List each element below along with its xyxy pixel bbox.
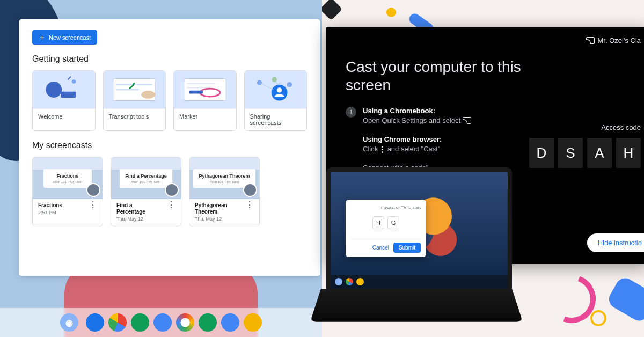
launcher-icon[interactable]: ◉ <box>60 313 78 332</box>
step2-body: Click and select "Cast" <box>363 145 440 153</box>
screencast-title: Fractions <box>38 202 83 209</box>
svg-point-2 <box>72 79 76 83</box>
launcher-icon[interactable] <box>335 278 342 285</box>
laptop-shelf <box>331 275 508 289</box>
app-icon[interactable] <box>356 278 364 285</box>
screencast-time: Thu, May 12 <box>195 216 240 222</box>
svg-point-16 <box>276 87 281 92</box>
card-label: Sharing screencasts <box>245 108 307 130</box>
transcript-illustration <box>104 71 166 108</box>
deco-shape <box>322 0 342 20</box>
cancel-button[interactable]: Cancel <box>372 245 389 251</box>
screencast-tile[interactable]: Pythagorean TheoremMath 101 – Mr. Ozel P… <box>189 157 260 226</box>
step1-title: Using a Chromebook: <box>363 107 435 115</box>
cast-icon <box>586 37 595 44</box>
cast-code-dialog: mecast or TV to start H G Cancel Submit <box>346 200 426 257</box>
access-code-char: D <box>529 138 554 168</box>
screencast-tile[interactable]: FractionsMath 101 – Mr. Ozel Fractions 2… <box>32 157 103 226</box>
card-label: Welcome <box>33 108 95 124</box>
chromeos-shelf: ◉ <box>0 308 322 337</box>
screencast-tile[interactable]: Find a PercentageMath 101 – Mr. Ozel Fin… <box>111 157 181 226</box>
submit-button[interactable]: Submit <box>393 243 421 253</box>
card-marker[interactable]: Marker <box>173 70 237 131</box>
access-code-label: Access code <box>529 123 641 131</box>
new-screencast-button[interactable]: ＋ New screencast <box>32 30 97 45</box>
my-screencasts-row: FractionsMath 101 – Mr. Ozel Fractions 2… <box>32 157 307 226</box>
sharing-illustration <box>245 71 307 108</box>
screencast-thumbnail: FractionsMath 101 – Mr. Ozel <box>33 157 103 199</box>
code-input-char[interactable]: H <box>372 216 384 229</box>
new-screencast-label: New screencast <box>49 34 91 41</box>
marker-illustration <box>174 71 236 108</box>
chrome-icon[interactable] <box>108 313 127 332</box>
cast-headline: Cast your computer to this screen <box>346 58 523 94</box>
access-code-panel: Access code D S A H <box>529 123 641 168</box>
step2-title: Using Chrome browser: <box>363 135 442 143</box>
presenter-avatar <box>165 183 179 197</box>
hide-instructions-button[interactable]: Hide instructio <box>587 233 644 252</box>
docs-icon[interactable] <box>221 313 239 332</box>
welcome-illustration <box>33 71 95 108</box>
deco-shape <box>605 275 644 324</box>
dialog-hint: mecast or TV to start <box>351 205 421 210</box>
more-options-icon[interactable]: ⋮ <box>86 202 99 208</box>
svg-rect-11 <box>189 91 203 94</box>
class-name-badge: Mr. Ozel's Cla <box>586 36 641 45</box>
card-label: Transcript tools <box>104 108 166 124</box>
card-sharing-screencasts[interactable]: Sharing screencasts <box>244 70 308 131</box>
step1-body: Open Quick Settings and select <box>363 116 471 124</box>
sheets-icon[interactable] <box>199 313 217 332</box>
deco-shape <box>386 8 396 17</box>
cast-icon <box>463 117 471 124</box>
card-welcome[interactable]: Welcome <box>32 70 96 131</box>
code-input-char[interactable]: G <box>387 216 399 229</box>
svg-point-6 <box>141 91 155 99</box>
more-options-icon[interactable]: ⋮ <box>243 202 256 208</box>
access-code-char: S <box>558 138 583 168</box>
getting-started-row: Welcome Transcript tools Marker Sharing … <box>32 70 307 131</box>
screencast-thumbnail: Pythagorean TheoremMath 101 – Mr. Ozel <box>189 157 259 199</box>
screencast-title: Find a Percentage <box>116 202 162 215</box>
presenter-avatar <box>86 183 100 197</box>
kebab-icon <box>382 149 383 150</box>
screencast-time: Thu, May 12 <box>116 216 162 222</box>
card-label: Marker <box>174 108 236 124</box>
classroom-icon[interactable] <box>131 313 149 332</box>
laptop-screen: mecast or TV to start H G Cancel Submit <box>326 167 512 293</box>
laptop-keyboard <box>310 289 523 322</box>
slides-icon[interactable] <box>244 313 262 332</box>
files-app-icon[interactable] <box>86 313 104 332</box>
svg-rect-1 <box>61 92 76 98</box>
card-transcript-tools[interactable]: Transcript tools <box>103 70 166 131</box>
svg-line-17 <box>259 83 273 90</box>
screencast-title: Pythagorean Theorem <box>195 202 240 215</box>
screencast-thumbnail: Find a PercentageMath 101 – Mr. Ozel <box>111 157 181 199</box>
step-number-1: 1 <box>346 107 356 118</box>
getting-started-heading: Getting started <box>32 54 307 64</box>
svg-point-15 <box>271 85 287 101</box>
chromebook-laptop: mecast or TV to start H G Cancel Submit <box>321 167 514 337</box>
screencast-time: 2:51 PM <box>38 210 83 215</box>
my-screencasts-heading: My screencasts <box>32 141 307 150</box>
calendar-icon[interactable] <box>153 313 172 332</box>
screencast-app-window: ＋ New screencast Getting started Welcome… <box>19 19 320 276</box>
photos-icon[interactable] <box>176 313 194 332</box>
access-code-char: A <box>587 138 612 168</box>
more-options-icon[interactable]: ⋮ <box>165 202 178 208</box>
plus-icon: ＋ <box>39 34 46 41</box>
presenter-avatar <box>243 183 257 197</box>
deco-shape <box>590 310 606 326</box>
chrome-icon[interactable] <box>346 278 353 285</box>
access-code-char: H <box>616 138 641 168</box>
svg-point-0 <box>46 82 62 98</box>
